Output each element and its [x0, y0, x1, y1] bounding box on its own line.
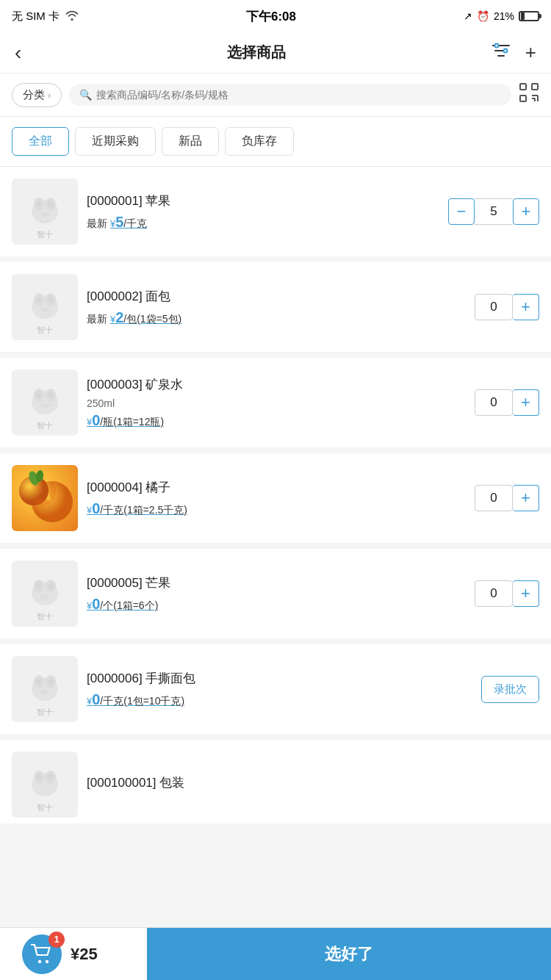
status-left: 无 SIM 卡	[12, 10, 79, 24]
back-button[interactable]: ‹	[15, 41, 21, 65]
wifi-icon	[65, 10, 79, 23]
product-spec: 250ml	[87, 397, 466, 409]
svg-point-54	[46, 959, 48, 962]
product-info: [0000006] 手撕面包 ¥0/千克(1包=10千克)	[87, 670, 472, 708]
product-price: ¥0/千克(1包=10千克)	[87, 691, 472, 708]
product-info: [0000001] 苹果 最新 ¥5/千克	[87, 192, 439, 231]
product-thumbnail: 智十	[12, 656, 78, 722]
tabs-bar: 全部 近期采购 新品 负库存	[0, 117, 551, 167]
product-item: 智十 [0000006] 手撕面包 ¥0/千克(1包=10千克) 录批次	[0, 644, 551, 740]
quantity-input[interactable]	[475, 389, 513, 416]
svg-point-4	[503, 48, 507, 52]
tab-all[interactable]: 全部	[12, 127, 69, 156]
svg-point-15	[36, 201, 42, 207]
svg-point-40	[48, 583, 54, 589]
category-button[interactable]: 分类 ›	[12, 83, 62, 107]
quantity-input[interactable]	[475, 198, 513, 225]
svg-point-47	[40, 690, 49, 694]
cart-badge: 1	[48, 932, 65, 948]
product-name: [0000005] 芒果	[87, 574, 466, 591]
svg-point-23	[40, 308, 49, 312]
increase-button[interactable]: +	[513, 198, 539, 225]
svg-point-16	[48, 201, 54, 207]
product-thumbnail: 智十	[12, 370, 78, 436]
svg-point-52	[48, 774, 54, 780]
product-item: 智十 [0000001] 苹果 最新 ¥5/千克 − +	[0, 167, 551, 262]
tab-negative[interactable]: 负库存	[225, 127, 294, 156]
chevron-right-icon: ›	[48, 90, 51, 101]
quantity-control: +	[475, 294, 539, 320]
quantity-input[interactable]	[475, 580, 513, 607]
filter-icon[interactable]	[491, 43, 511, 63]
cart-area: 1 ¥25	[0, 934, 147, 974]
increase-button[interactable]: +	[513, 389, 539, 416]
svg-point-46	[48, 679, 54, 685]
svg-point-53	[38, 959, 41, 962]
search-icon: 🔍	[79, 89, 92, 101]
product-thumbnail: 智十	[12, 274, 78, 340]
page-title: 选择商品	[227, 43, 286, 62]
bottom-bar: 1 ¥25 选好了	[0, 927, 551, 980]
product-thumbnail: 智十	[12, 752, 78, 818]
product-item: 智十 [0000005] 芒果 ¥0/个(1箱=6个) +	[0, 549, 551, 644]
product-item: [0000004] 橘子 ¥0/千克(1箱=2.5千克) +	[0, 453, 551, 549]
product-info: [0000005] 芒果 ¥0/个(1箱=6个)	[87, 574, 466, 613]
alarm-icon: ⏰	[477, 10, 489, 22]
product-name: [0000004] 橘子	[87, 479, 466, 496]
product-price: 最新 ¥2/包(1袋=5包)	[87, 309, 466, 326]
product-name: [0000001] 苹果	[87, 192, 439, 209]
product-price: ¥0/千克(1箱=2.5千克)	[87, 500, 466, 517]
tab-new[interactable]: 新品	[162, 127, 219, 156]
increase-button[interactable]: +	[513, 580, 539, 607]
nav-bar: ‹ 选择商品 +	[0, 32, 551, 73]
product-info: [0000003] 矿泉水 250ml ¥0/瓶(1箱=12瓶)	[87, 376, 466, 429]
decrease-button[interactable]: −	[448, 198, 475, 225]
product-item: 智十 [0000002] 面包 最新 ¥2/包(1袋=5包) +	[0, 262, 551, 358]
filter-search-bar: 分类 › 🔍	[0, 73, 551, 117]
svg-rect-6	[532, 84, 538, 90]
batch-button[interactable]: 录批次	[481, 676, 539, 703]
svg-point-27	[36, 392, 42, 398]
svg-point-51	[36, 774, 42, 780]
status-bar: 无 SIM 卡 下午6:08 ↗ ⏰ 21%	[0, 0, 551, 32]
product-list: 智十 [0000001] 苹果 最新 ¥5/千克 − +	[0, 167, 551, 829]
cart-icon	[31, 944, 53, 965]
increase-button[interactable]: +	[513, 294, 539, 320]
location-icon: ↗	[464, 10, 472, 22]
confirm-button[interactable]: 选好了	[147, 928, 551, 981]
quantity-control: +	[475, 485, 539, 511]
quantity-control: +	[475, 389, 539, 416]
scan-icon[interactable]	[519, 82, 539, 107]
cart-icon-wrap[interactable]: 1	[22, 934, 62, 974]
svg-point-22	[48, 297, 54, 303]
quantity-input[interactable]	[475, 294, 513, 320]
svg-point-45	[36, 679, 42, 685]
battery-label: 21%	[494, 10, 514, 22]
quantity-control: − +	[448, 198, 539, 225]
svg-point-17	[40, 212, 49, 217]
product-info: [0000004] 橘子 ¥0/千克(1箱=2.5千克)	[87, 479, 466, 517]
product-thumbnail	[12, 465, 78, 531]
search-box[interactable]: 🔍	[69, 84, 511, 106]
product-item: 智十 [000100001] 包装	[0, 740, 551, 829]
add-button[interactable]: +	[525, 41, 536, 64]
status-right: ↗ ⏰ 21%	[464, 10, 539, 22]
svg-point-28	[48, 392, 54, 398]
product-thumbnail: 智十	[12, 179, 78, 245]
product-price: ¥0/个(1箱=6个)	[87, 596, 466, 613]
battery-icon	[519, 11, 539, 21]
svg-point-29	[40, 403, 49, 408]
product-info: [000100001] 包装	[87, 774, 539, 796]
product-info: [0000002] 面包 最新 ¥2/包(1袋=5包)	[87, 288, 466, 326]
product-name: [0000002] 面包	[87, 288, 466, 305]
tab-recent[interactable]: 近期采购	[75, 127, 156, 156]
increase-button[interactable]: +	[513, 485, 539, 511]
svg-rect-5	[520, 84, 526, 90]
svg-point-21	[36, 297, 42, 303]
product-price: ¥0/瓶(1箱=12瓶)	[87, 412, 466, 429]
quantity-input[interactable]	[475, 485, 513, 511]
cart-total: ¥25	[71, 945, 98, 964]
product-thumbnail: 智十	[12, 561, 78, 627]
search-input[interactable]	[96, 89, 501, 101]
carrier-label: 无 SIM 卡	[12, 10, 60, 24]
